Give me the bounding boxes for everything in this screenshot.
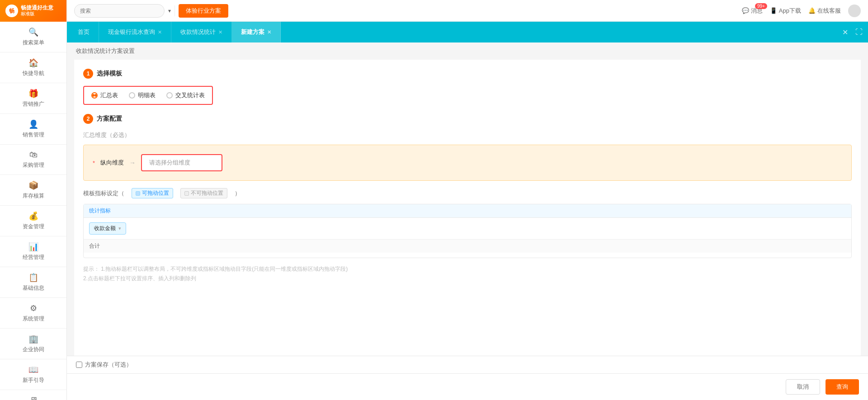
quick-nav-icon: 🏠 (28, 58, 38, 68)
guide-icon: 📖 (28, 365, 38, 375)
sidebar-item-marketing[interactable]: 🎁 营销推广 (0, 83, 66, 114)
search-input[interactable] (74, 4, 165, 18)
basic-info-icon: 📋 (28, 273, 38, 282)
radio-summary[interactable]: 汇总表 (91, 91, 118, 99)
sidebar-item-sales[interactable]: 👤 销售管理 (0, 114, 66, 145)
sidebar-item-label: 系统管理 (23, 315, 44, 323)
trial-button[interactable]: 体验行业方案 (179, 4, 228, 18)
sidebar-item-system[interactable]: ⚙ 系统管理 (0, 298, 66, 329)
enterprise-icon: 🏢 (28, 334, 38, 344)
sidebar-item-label: 采购管理 (23, 161, 44, 169)
online-service-button[interactable]: 🔔 在线客服 (808, 7, 841, 15)
sidebar-item-label: 基础信息 (23, 284, 44, 292)
metrics-area: 统计指标 收款金额 ▾ 合计 (83, 204, 852, 258)
message-badge: 99+ (755, 3, 767, 9)
tab-collection-stats-close[interactable]: ✕ (218, 29, 222, 35)
step1-header: 1 选择模板 (83, 69, 852, 79)
save-checkbox[interactable] (76, 362, 82, 368)
dimension-input[interactable]: 请选择分组维度 (141, 154, 222, 171)
tab-home[interactable]: 首页 (67, 22, 99, 42)
row-label: 纵向维度 (100, 159, 124, 167)
sidebar-item-operation[interactable]: 📊 经营管理 (0, 236, 66, 267)
tab-home-label: 首页 (78, 28, 90, 36)
sidebar-item-label: 库存核算 (23, 192, 44, 200)
sidebar-item-search-menu[interactable]: 🔍 搜索菜单 (0, 22, 66, 52)
tab-new-plan[interactable]: 新建方案 ✕ (232, 22, 281, 42)
sidebar-item-purchase[interactable]: 🛍 采购管理 (0, 145, 66, 175)
tab-expand-button[interactable]: ⛶ (854, 26, 864, 38)
system-icon: ⚙ (30, 303, 37, 313)
template-selector: 汇总表 明细表 交叉统计表 (83, 86, 213, 105)
metric-tag-label: 收款金额 (94, 225, 116, 232)
inventory-icon: 📦 (28, 180, 38, 190)
sidebar-item-hardware[interactable]: 🖥 智能硬件 (0, 390, 66, 400)
step1-title: 选择模板 (97, 70, 122, 78)
tab-cash-bank-close[interactable]: ✕ (158, 29, 162, 35)
marketing-icon: 🎁 (28, 89, 38, 99)
app-icon: 📱 (770, 7, 777, 14)
tag-dropdown-icon[interactable]: ▾ (118, 226, 121, 231)
user-avatar[interactable] (848, 5, 861, 17)
tab-collection-stats[interactable]: 收款情况统计 ✕ (171, 22, 232, 42)
app-download-button[interactable]: 📱 App下载 (770, 7, 801, 15)
dimension-area: * 纵向维度 → 请选择分组维度 (83, 145, 852, 181)
operation-icon: 📊 (28, 242, 38, 252)
sales-icon: 👤 (28, 119, 38, 129)
sidebar-logo: 畅 畅捷通好生意 标准版 (0, 0, 66, 22)
sidebar-item-guide[interactable]: 📖 新手引导 (0, 359, 66, 390)
bottom-bar: 方案保存（可选） (67, 356, 868, 373)
radio-summary-btn (91, 92, 98, 99)
step1-num: 1 (83, 69, 93, 79)
metrics-summary: 合计 (84, 239, 851, 253)
message-button[interactable]: 💬 消息 99+ (742, 7, 763, 15)
sidebar-item-quick-nav[interactable]: 🏠 快捷导航 (0, 52, 66, 83)
topbar-dropdown[interactable]: ▾ (168, 8, 171, 14)
sidebar: 畅 畅捷通好生意 标准版 🔍 搜索菜单 🏠 快捷导航 🎁 营销推广 👤 销售管理… (0, 0, 67, 400)
radio-cross-btn (166, 92, 173, 99)
arrow-icon: → (129, 159, 136, 166)
query-button[interactable]: 查询 (826, 379, 859, 395)
step2-header: 2 方案配置 (83, 114, 852, 124)
metrics-section-label: 统计指标 (84, 204, 851, 218)
sidebar-nav: 🔍 搜索菜单 🏠 快捷导航 🎁 营销推广 👤 销售管理 🛍 采购管理 📦 库存核… (0, 22, 66, 400)
tab-close-all-button[interactable]: ✕ (840, 26, 850, 38)
main-area: ▾ 体验行业方案 💬 消息 99+ 📱 App下载 🔔 在线客服 首页 (67, 0, 868, 400)
metric-tag-collection-amount[interactable]: 收款金额 ▾ (89, 222, 126, 235)
tab-controls: ✕ ⛶ (840, 26, 868, 38)
topbar-right: 💬 消息 99+ 📱 App下载 🔔 在线客服 (742, 5, 861, 17)
message-icon: 💬 (742, 7, 749, 14)
save-option-label: 方案保存（可选） (85, 361, 132, 369)
logo-name: 畅捷通好生意 (21, 5, 53, 11)
non-draggable-badge: 不可拖动位置 (180, 188, 227, 198)
tabbar: 首页 现金银行流水查询 ✕ 收款情况统计 ✕ 新建方案 ✕ ✕ ⛶ (67, 22, 868, 42)
sidebar-item-basic-info[interactable]: 📋 基础信息 (0, 267, 66, 298)
step2-section: 2 方案配置 汇总维度（必选） * 纵向维度 → 请选择分组维度 (83, 114, 852, 282)
radio-summary-label: 汇总表 (100, 91, 118, 99)
sidebar-item-finance[interactable]: 💰 资金管理 (0, 206, 66, 236)
topbar-left: ▾ 体验行业方案 (74, 4, 228, 18)
sidebar-item-label: 销售管理 (23, 131, 44, 139)
logo-version: 标准版 (21, 11, 53, 17)
sidebar-item-enterprise[interactable]: 🏢 企业协同 (0, 329, 66, 359)
purchase-icon: 🛍 (29, 150, 38, 160)
sidebar-item-label: 企业协同 (23, 346, 44, 353)
tab-collection-stats-label: 收款情况统计 (180, 28, 216, 36)
sidebar-item-label: 搜索菜单 (23, 39, 44, 47)
tab-new-plan-close[interactable]: ✕ (267, 29, 271, 35)
tab-cash-bank[interactable]: 现金银行流水查询 ✕ (99, 22, 171, 42)
finance-icon: 💰 (28, 211, 38, 221)
step2-title: 方案配置 (97, 115, 122, 123)
tips-section: 提示： 1.拖动标题栏可以调整布局，不可跨维度或指标区域拖动目字段(只能在同一维… (83, 265, 852, 282)
topbar: ▾ 体验行业方案 💬 消息 99+ 📱 App下载 🔔 在线客服 (67, 0, 868, 22)
metrics-header: 模板指标设定（ 可拖动位置 不可拖动位置 ） (83, 188, 852, 198)
step1-section: 1 选择模板 汇总表 明细表 (83, 69, 852, 105)
radio-detail-label: 明细表 (138, 91, 156, 99)
cancel-button[interactable]: 取消 (786, 379, 820, 395)
sidebar-item-label: 营销推广 (23, 100, 44, 108)
sidebar-item-inventory[interactable]: 📦 库存核算 (0, 175, 66, 206)
content-area: 收款情况统计方案设置 1 选择模板 汇总表 (67, 42, 868, 373)
metrics-label-text: 模板指标设定（ (83, 189, 124, 198)
radio-cross[interactable]: 交叉统计表 (166, 91, 205, 99)
radio-detail[interactable]: 明细表 (129, 91, 156, 99)
tip-1: 提示： 1.拖动标题栏可以调整布局，不可跨维度或指标区域拖动目字段(只能在同一维… (83, 265, 852, 273)
